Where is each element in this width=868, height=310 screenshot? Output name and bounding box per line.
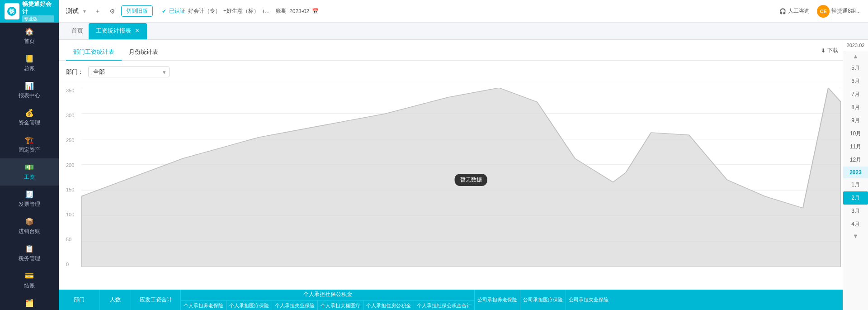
date-month-10[interactable]: 10月 [843,127,868,140]
period-label: 账期 [276,7,287,15]
certified-icon: ✔ [162,8,166,14]
col-total-salary: 应发工资合计 [131,290,181,310]
tax-icon: 📋 [25,244,34,253]
chart-container: 0 50 100 150 200 250 300 350 [59,83,868,290]
invoice-icon: 🧾 [25,190,34,199]
calendar-icon[interactable]: 📅 [312,8,319,14]
user-profile[interactable]: CE 轻捷通8组... [817,5,861,18]
department-select[interactable]: 全部 部门A 部门B [88,66,170,77]
col-company-unemployment: 公司承担失业保险 [566,290,611,310]
date-year-2023: 2023 [843,167,868,178]
y-label-200: 200 [66,162,80,168]
date-month-5[interactable]: 5月 [843,62,868,75]
tab-bar: 首页 工资统计报表 ✕ [59,23,868,40]
status-good-business: +好生意（标） [223,7,259,15]
col-company-medical: 公司承担医疗保险 [520,290,566,310]
sidebar: 畅 畅捷通好会计 专业版 🏠 首页 📒 总账 📊 报表中心 💰 资金管理 🏗️ … [0,0,59,310]
sub-tab-department[interactable]: 部门工资统计表 [66,44,122,61]
home-icon: 🏠 [25,27,34,36]
y-label-150: 150 [66,187,80,192]
sidebar-item-checkout[interactable]: 💳 结账 [0,267,59,294]
col-group-personal-insurance: 个人承担社保公积金 个人承担养老保险 个人承担医疗保险 个人承担失业保险 个人承… [181,290,475,310]
y-label-300: 300 [66,113,80,118]
period-value: 2023-02 [289,8,309,14]
avatar: CE [817,5,830,18]
topbar-dropdown-arrow[interactable]: ▾ [83,8,86,14]
col-personal-major-medical: 个人承担大额医疗 [318,300,363,310]
sidebar-item-archive[interactable]: 🗂️ 归档管理 [0,294,59,310]
y-label-100: 100 [66,212,80,217]
table-footer: 部门 人数 应发工资合计 个人承担社保公积金 个人承担养老保险 个人承担医疗保险 [59,290,868,310]
sidebar-nav: 🏠 首页 📒 总账 📊 报表中心 💰 资金管理 🏗️ 固定资产 💵 工资 🧾 发… [0,23,59,310]
col-personal-medical: 个人承担医疗保险 [226,300,272,310]
sidebar-item-assets[interactable]: 🏗️ 固定资产 [0,131,59,158]
tab-home[interactable]: 首页 [66,23,89,39]
sidebar-item-report[interactable]: 📊 报表中心 [0,77,59,104]
topbar-right: 🎧 人工咨询 CE 轻捷通8组... [779,5,861,18]
checkout-icon: 💳 [25,272,34,280]
y-label-50: 50 [66,237,80,242]
sidebar-logo: 畅 畅捷通好会计 专业版 [0,0,59,23]
content-area: 部门工资统计表 月份统计表 ⬇ 下载 ↻ 刷新 部门： 全部 [59,40,868,310]
col-personal-housing-fund: 个人承担住房公积金 [363,300,414,310]
add-button[interactable]: ＋ [92,6,103,17]
date-month-1[interactable]: 1月 [843,178,868,191]
topbar: 测试 ▾ ＋ ⚙ 切到旧版 ✔ 已认证 好会计（专） +好生意（标） +... … [59,0,868,23]
date-month-3[interactable]: 3月 [843,205,868,218]
sidebar-item-tax[interactable]: 📋 税务管理 [0,240,59,267]
date-month-12[interactable]: 12月 [843,153,868,167]
sidebar-item-ledger[interactable]: 📒 总账 [0,50,59,77]
username: 轻捷通8组... [831,7,861,15]
logo-text: 畅捷通好会计 专业版 [22,0,54,23]
topbar-title: 测试 [66,7,79,15]
salary-icon: 💵 [25,163,34,172]
date-month-11[interactable]: 11月 [843,140,868,153]
settings-gear-button[interactable]: ⚙ [107,6,118,17]
assets-icon: 🏗️ [25,136,34,144]
y-label-250: 250 [66,138,80,143]
download-button[interactable]: ⬇ 下载 [821,47,838,54]
status-more: +... [262,8,269,14]
ledger-icon: 📒 [25,54,34,63]
chart-tooltip: 暂无数据 [455,174,487,186]
date-month-6[interactable]: 6月 [843,75,868,88]
filter-bar: 部门： 全部 部门A 部门B ▾ [59,61,868,83]
sub-tab-monthly[interactable]: 月份统计表 [122,44,165,61]
col-group-personal-insurance-children: 个人承担养老保险 个人承担医疗保险 个人承担失业保险 个人承担大额医疗 个人承担… [181,300,474,310]
main-area: 测试 ▾ ＋ ⚙ 切到旧版 ✔ 已认证 好会计（专） +好生意（标） +... … [59,0,868,310]
archive-icon: 🗂️ [25,299,34,307]
tab-salary-report[interactable]: 工资统计报表 ✕ [89,23,147,39]
status-certified: 已认证 [169,7,185,15]
fund-icon: 💰 [25,109,34,117]
col-company-pension: 公司承担养老保险 [475,290,520,310]
date-panel-up[interactable]: ▲ [843,51,868,62]
col-count: 人数 [99,290,131,310]
department-select-wrap: 全部 部门A 部门B ▾ [88,66,170,77]
col-department: 部门 [59,290,99,310]
headset-icon: 🎧 [779,8,786,14]
tab-close-button[interactable]: ✕ [135,27,140,34]
topbar-actions: ＋ ⚙ 切到旧版 [92,5,153,17]
sidebar-item-salary[interactable]: 💵 工资 [0,158,59,186]
date-panel: 2023.02 ▲ 5月 6月 7月 8月 9月 10月 11月 12月 202… [843,40,868,310]
date-month-8[interactable]: 8月 [843,101,868,114]
report-icon: 📊 [25,81,34,90]
sidebar-item-home[interactable]: 🏠 首页 [0,23,59,50]
y-label-350: 350 [66,88,80,93]
sidebar-item-invoice[interactable]: 🧾 发票管理 [0,186,59,213]
sidebar-item-fund[interactable]: 💰 资金管理 [0,104,59,131]
date-panel-year: 2023.02 [843,40,868,51]
date-month-7[interactable]: 7月 [843,88,868,101]
date-month-9[interactable]: 9月 [843,114,868,127]
sidebar-item-trade[interactable]: 📦 进销台账 [0,213,59,240]
col-personal-pension: 个人承担养老保险 [181,300,226,310]
status-good-accounting: 好会计（专） [188,7,221,15]
date-month-2-active[interactable]: 2月 [843,191,868,205]
switch-old-version-button[interactable]: 切到旧版 [121,5,153,17]
date-panel-down[interactable]: ▼ [843,231,868,241]
filter-label: 部门： [66,68,84,76]
col-personal-total: 个人承担社保公积金合计 [414,300,474,310]
logo-icon: 畅 [5,3,19,19]
date-month-4[interactable]: 4月 [843,218,868,231]
human-consult-button[interactable]: 🎧 人工咨询 [779,7,810,15]
